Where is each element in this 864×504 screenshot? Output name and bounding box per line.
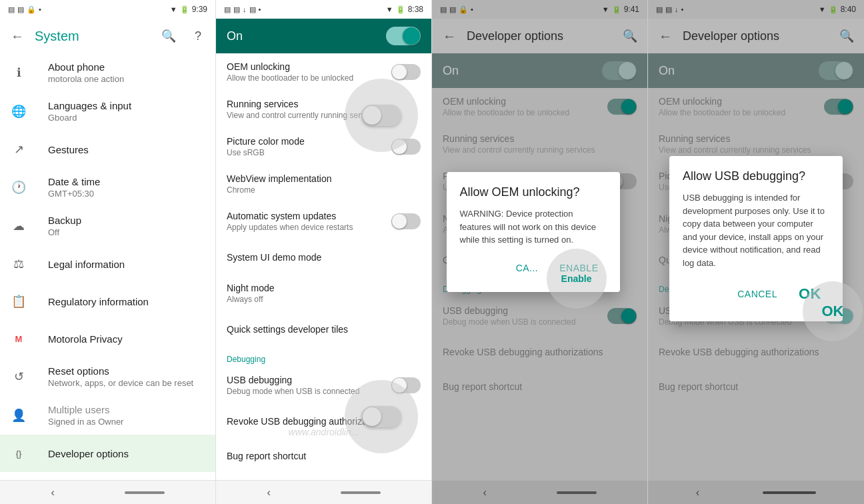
usb-dialog: Allow USB debugging? USB debugging is in…	[669, 156, 843, 321]
oem-dialog-title: Allow OEM unlocking?	[460, 185, 607, 199]
settings-list-1: ℹ About phone motorola one action 🌐 Lang…	[0, 53, 215, 480]
datetime-icon: 🕐	[11, 179, 27, 195]
page-title-1: System	[35, 29, 151, 44]
oem-dialog: Allow OEM unlocking? WARNING: Device pro…	[447, 172, 620, 292]
inner-toggle-oem	[361, 105, 401, 126]
settings-item-about[interactable]: ℹ About phone motorola one action	[0, 53, 215, 92]
webview-text-2: WebView implementation Chrome	[227, 173, 421, 195]
night-text-2: Night mode Always off	[227, 283, 421, 304]
gestures-title: Gestures	[48, 144, 205, 155]
oem-toggle-2[interactable]	[391, 64, 421, 80]
nav-pill-1	[125, 491, 165, 494]
battery-icon-2: 🔋	[396, 5, 405, 14]
notification-icon-2: ▤	[17, 5, 24, 14]
search-button-1[interactable]: 🔍	[157, 24, 181, 48]
circle-ok-label: OK	[822, 303, 844, 320]
status-icons-left-2: ▤ ▤ ↓ ▤ •	[224, 5, 261, 14]
usb-dialog-title: Allow USB debugging?	[683, 169, 829, 183]
panel-developer-oem-dialog: ▤ ▤ 🔒 • ▼ 🔋 9:41 ← Developer options 🔍 O	[432, 0, 648, 504]
time-2: 8:38	[408, 5, 423, 14]
legal-icon: ⚖	[11, 256, 27, 272]
motorola-title: Motorola Privacy	[48, 333, 205, 345]
dev-item-night[interactable]: Night mode Always off	[216, 275, 431, 312]
oem-title-2: OEM unlocking	[227, 61, 391, 72]
nav-pill-2	[341, 491, 381, 494]
language-subtitle: Gboard	[48, 113, 205, 123]
panel-system-settings: ▤ ▤ 🔒 • ▼ 🔋 9:39 ← System 🔍 ? ℹ About ph…	[0, 0, 216, 504]
users-icon: 👤	[11, 407, 27, 423]
settings-item-legal[interactable]: ⚖ Legal information	[0, 245, 215, 283]
users-text: Multiple users Signed in as Owner	[48, 404, 205, 427]
autoupdate-text-2: Automatic system updates Apply updates w…	[227, 211, 391, 232]
about-text: About phone motorola one action	[48, 61, 205, 84]
reset-text: Reset options Network, apps, or device c…	[48, 365, 205, 388]
settings-item-language[interactable]: 🌐 Languages & input Gboard	[0, 92, 215, 131]
panel-developer-options: ▤ ▤ ↓ ▤ • ▼ 🔋 8:38 On OEM unlocking Allo…	[216, 0, 432, 504]
nav-back-2[interactable]: ‹	[267, 487, 270, 499]
datetime-subtitle: GMT+05:30	[48, 189, 205, 199]
reset-subtitle: Network, apps, or device can be reset	[48, 378, 205, 388]
backup-text: Backup Off	[48, 215, 205, 237]
help-button-1[interactable]: ?	[186, 24, 210, 48]
circle-enable: Enable	[547, 249, 607, 309]
developer-title: Developer options	[48, 448, 205, 459]
dev-item-demo[interactable]: System UI demo mode	[216, 240, 431, 275]
app-bar-1: ← System 🔍 ?	[0, 19, 215, 53]
on-label-2: On	[227, 29, 243, 43]
inner-toggle-thumb-usb	[363, 407, 381, 426]
developer-icon: {}	[11, 445, 27, 461]
motorola-text: Motorola Privacy	[48, 333, 205, 345]
dev-item-quicktiles[interactable]: Quick settings developer tiles	[216, 312, 431, 347]
inner-toggle-thumb-oem	[363, 106, 381, 125]
status-icons-right-2: ▼ 🔋 8:38	[386, 5, 423, 14]
webview-subtitle-2: Chrome	[227, 185, 421, 195]
usb-dialog-body: USB debugging is intended for developmen…	[683, 191, 829, 269]
dot-icon-2: •	[259, 5, 261, 13]
legal-text: Legal information	[48, 259, 205, 270]
developer-text: Developer options	[48, 448, 205, 459]
usb-cancel-button[interactable]: Cancel	[729, 280, 785, 308]
backup-subtitle: Off	[48, 227, 205, 237]
settings-item-motorola[interactable]: M Motorola Privacy	[0, 320, 215, 357]
debugging-section-2: Debugging	[216, 347, 431, 367]
notif-icon-2b: ▤	[233, 5, 240, 14]
panel-developer-usb-dialog: ▤ ▤ ↓ • ▼ 🔋 8:40 ← Developer options 🔍 O…	[648, 0, 864, 504]
oem-cancel-button[interactable]: Ca...	[508, 257, 547, 279]
reset-title: Reset options	[48, 365, 205, 377]
about-icon: ℹ	[11, 65, 27, 81]
lock-icon: 🔒	[27, 5, 36, 14]
datetime-title: Date & time	[48, 176, 205, 187]
settings-item-reset[interactable]: ↺ Reset options Network, apps, or device…	[0, 357, 215, 396]
dev-item-autoupdate[interactable]: Automatic system updates Apply updates w…	[216, 203, 431, 240]
about-title: About phone	[48, 61, 205, 73]
bugreport-text-2: Bug report shortcut	[227, 451, 421, 461]
oem-dialog-body: WARNING: Device protection features will…	[460, 207, 607, 247]
dev-item-webview[interactable]: WebView implementation Chrome	[216, 165, 431, 203]
settings-item-system-updates[interactable]: 📱 System updates Updated to Android 9	[0, 472, 215, 480]
nav-bar-2: ‹	[216, 480, 431, 504]
circle-ok: OK	[803, 281, 863, 341]
demo-title-2: System UI demo mode	[227, 252, 421, 263]
settings-item-datetime[interactable]: 🕐 Date & time GMT+05:30	[0, 168, 215, 207]
back-button-1[interactable]: ←	[5, 24, 29, 48]
settings-item-gestures[interactable]: ↗ Gestures	[0, 131, 215, 168]
users-title: Multiple users	[48, 404, 205, 415]
nav-back-1[interactable]: ‹	[51, 487, 54, 499]
settings-item-backup[interactable]: ☁ Backup Off	[0, 207, 215, 245]
language-icon: 🌐	[11, 103, 27, 119]
gestures-icon: ↗	[11, 141, 27, 157]
regulatory-title: Regulatory information	[48, 296, 205, 307]
settings-item-users[interactable]: 👤 Multiple users Signed in as Owner	[0, 396, 215, 435]
about-subtitle: motorola one action	[48, 74, 205, 84]
notif-icon-2a: ▤	[224, 5, 231, 14]
webview-title-2: WebView implementation	[227, 173, 421, 184]
settings-item-regulatory[interactable]: 📋 Regulatory information	[0, 283, 215, 320]
regulatory-icon: 📋	[11, 293, 27, 309]
users-subtitle: Signed in as Owner	[48, 417, 205, 427]
developer-toggle[interactable]	[386, 27, 421, 45]
datetime-text: Date & time GMT+05:30	[48, 176, 205, 199]
developer-on-bar[interactable]: On	[216, 19, 431, 53]
autoupdate-toggle-2[interactable]	[391, 213, 421, 229]
settings-item-developer[interactable]: {} Developer options	[0, 435, 215, 472]
color-subtitle-2: Use sRGB	[227, 148, 391, 157]
